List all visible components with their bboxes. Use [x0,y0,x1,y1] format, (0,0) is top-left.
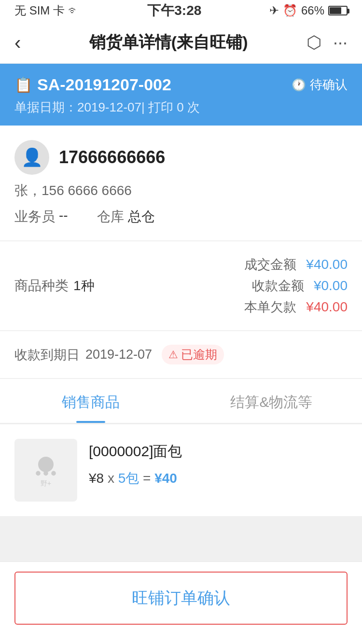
received-amount-row: 收款金额 ¥0.00 [252,277,348,294]
sim-label: 无 SIM 卡 ᯤ [14,3,80,18]
product-list: 野+ [0000002]面包 ¥8 x 5包 = ¥40 [0,424,362,516]
avatar: 👤 [14,140,49,175]
due-date-card: 收款到期日 2019-12-07 ⚠ 已逾期 [0,331,362,378]
product-total: ¥40 [154,471,177,486]
order-icon: 📋 [14,76,32,93]
tab-sales-product[interactable]: 销售商品 [0,379,181,423]
customer-name: 张，156 6666 6666 [14,182,348,200]
back-button[interactable]: ‹ [14,33,30,52]
owed-amount-row: 本单欠款 ¥40.00 [244,298,348,316]
overdue-text: 已逾期 [181,347,217,363]
salesperson-field: 业务员 -- [14,208,68,226]
type-value: 1种 [73,277,95,295]
order-date: 单据日期：2019-12-07| 打印 0 次 [14,99,348,116]
nav-bar: ‹ 销货单详情(来自旺铺) ⬡ ··· [0,21,362,64]
transaction-amount-value: ¥40.00 [306,257,348,272]
order-date-value: 2019-12-07 [77,100,141,114]
warehouse-label: 仓库 [97,208,124,226]
order-status: 🕐 待确认 [292,76,348,93]
summary-right: 成交金额 ¥40.00 收款金额 ¥0.00 本单欠款 ¥40.00 [244,256,348,316]
overdue-icon: ⚠ [168,349,178,361]
status-bar-right: ✈ ⏰ 66% [269,4,348,17]
svg-point-2 [43,471,48,476]
customer-top: 👤 17666666666 [14,140,348,175]
clock-icon: 🕐 [292,78,306,92]
svg-point-1 [36,471,41,476]
share-icon[interactable]: ⬡ [306,32,321,53]
order-header: 📋 SA-20191207-002 🕐 待确认 单据日期：2019-12-07|… [0,64,362,126]
svg-point-0 [38,457,54,472]
customer-phone: 17666666666 [59,147,165,168]
warehouse-field: 仓库 总仓 [97,208,155,226]
owed-amount-value: ¥40.00 [306,299,348,315]
multiply-sign: x [108,471,118,486]
equals-sign: = [143,471,154,486]
due-date-label: 收款到期日 [14,346,80,364]
order-id-text: SA-20191207-002 [37,75,171,94]
product-name-text: 面包 [153,443,182,459]
alarm-icon: ⏰ [283,4,297,17]
customer-card: 👤 17666666666 张，156 6666 6666 业务员 -- 仓库 … [0,126,362,240]
salesperson-label: 业务员 [14,208,55,226]
received-amount-value: ¥0.00 [314,278,348,294]
tab-settlement[interactable]: 结算&物流等 [181,379,362,423]
svg-point-3 [51,471,56,476]
nav-actions: ⬡ ··· [306,32,348,53]
battery-percent: 66% [301,4,324,17]
salesperson-value: -- [59,208,68,226]
product-code: [0000002] [89,443,153,459]
product-thumb-icon: 野+ [27,451,65,490]
summary-left: 商品种类 1种 [14,256,230,316]
customer-meta: 业务员 -- 仓库 总仓 [14,208,348,226]
warehouse-value: 总仓 [128,208,155,226]
product-info: [0000002]面包 ¥8 x 5包 = ¥40 [89,439,348,488]
order-print-info: | 打印 0 次 [141,100,200,114]
transaction-amount-row: 成交金额 ¥40.00 [244,256,348,273]
bottom-bar: 旺铺订单确认 [0,561,362,644]
overdue-badge: ⚠ 已逾期 [162,345,224,364]
transaction-amount-label: 成交金额 [244,256,296,273]
owed-amount-label: 本单欠款 [244,298,296,316]
product-name: [0000002]面包 [89,442,348,462]
tabs-bar: 销售商品 结算&物流等 [0,379,362,423]
order-id-row: 📋 SA-20191207-002 🕐 待确认 [14,75,348,94]
confirm-order-button[interactable]: 旺铺订单确认 [14,572,348,625]
order-status-text: 待确认 [310,76,348,93]
product-thumbnail: 野+ [14,439,77,502]
product-qty: 5包 [118,471,139,486]
product-item: 野+ [0000002]面包 ¥8 x 5包 = ¥40 [14,439,348,502]
due-date-value: 2019-12-07 [85,347,152,362]
summary-card: 商品种类 1种 成交金额 ¥40.00 收款金额 ¥0.00 本单欠款 ¥40.… [0,241,362,330]
order-date-label: 单据日期： [14,100,77,114]
product-price-row: ¥8 x 5包 = ¥40 [89,469,348,488]
location-icon: ✈ [269,4,279,17]
svg-text:野+: 野+ [41,479,51,487]
status-bar-left: 无 SIM 卡 ᯤ [14,3,80,18]
status-bar: 无 SIM 卡 ᯤ 下午3:28 ✈ ⏰ 66% [0,0,362,21]
order-id: 📋 SA-20191207-002 [14,75,171,94]
page-title: 销货单详情(来自旺铺) [30,31,306,54]
status-bar-time: 下午3:28 [147,1,201,20]
more-icon[interactable]: ··· [333,32,348,53]
type-label: 商品种类 [14,277,69,295]
battery-icon [328,6,348,15]
received-amount-label: 收款金额 [252,277,304,294]
product-unit-price: ¥8 [89,471,104,486]
